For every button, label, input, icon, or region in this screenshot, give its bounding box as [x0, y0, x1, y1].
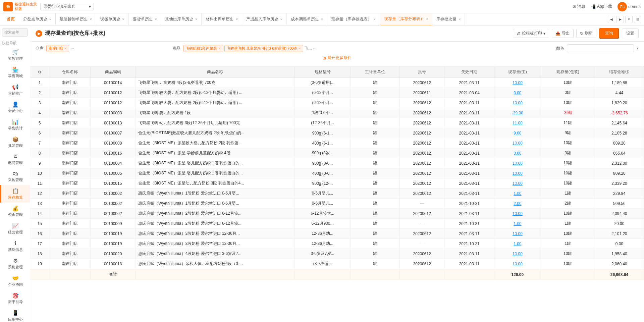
sidebar-item-retail-shop[interactable]: 🏪 零售商城 — [0, 64, 30, 81]
tab-fen-pan[interactable]: 分盘点单历史 × — [19, 13, 56, 25]
sidebar-item-wholesale[interactable]: 📦 批发管理 — [0, 133, 30, 151]
sidebar-item-corp-collab[interactable]: 🤝 企业协同 — [0, 272, 30, 290]
cell-no: 3 — [30, 98, 49, 108]
cell-no: 5 — [30, 118, 49, 128]
tab-close-mat-out[interactable]: × — [236, 17, 238, 21]
color-filter-input[interactable] — [567, 44, 634, 52]
org-selector[interactable]: 母婴行业演示账套 ▾ — [40, 3, 94, 10]
sidebar-item-app-center[interactable]: 📱 应用中心 — [0, 307, 30, 322]
user-area[interactable]: Ea demo2 — [618, 2, 641, 11]
sidebar-item-purchase[interactable]: 🛍 采购管理 — [0, 168, 30, 185]
cell-code: 00100019 — [91, 239, 136, 249]
warehouse-tag-close[interactable]: × — [65, 46, 67, 50]
cell-qty-main[interactable]: 9.00 — [494, 128, 541, 138]
sidebar-item-marketing[interactable]: 📢 营销推广 — [0, 81, 30, 99]
sidebar-item-retail-mgmt[interactable]: 🛒 零售管理 — [0, 46, 30, 64]
cell-qty-main[interactable]: -39.00 — [494, 108, 541, 118]
cell-qty-main[interactable]: 1.00 — [494, 189, 541, 199]
footer-cell-3 — [135, 269, 294, 280]
color-dropdown-icon[interactable]: ▾ — [637, 46, 639, 51]
purchase-icon: 🛍 — [13, 171, 18, 177]
cell-qty-main[interactable]: 10.00 — [494, 249, 541, 259]
cell-qty-main[interactable]: 10.00 — [494, 98, 541, 108]
product-tag-2[interactable]: 飞鹤星飞帆 儿童奶粉 4段(3-6岁适用) 700克 × — [224, 45, 303, 52]
tab-stock-dist[interactable]: 现存量（库存分布表） × — [380, 13, 433, 25]
cell-qty-main[interactable]: 10.00 — [494, 229, 541, 239]
cell-qty-main[interactable]: 11.00 — [494, 118, 541, 128]
warehouse-more[interactable]: ··· — [70, 46, 74, 51]
tab-close-batch[interactable]: × — [459, 17, 461, 21]
tab-cost-adj[interactable]: 成本调整单历史 × — [287, 13, 327, 25]
cell-qty-main[interactable]: 3.00 — [494, 148, 541, 158]
content-area: ▶ 现存量查询(按仓库+批次) 🖨 按模板打印 ▾ 📤 导出 ↻ 刷新 查询 — [30, 25, 644, 322]
cell-qty-main[interactable]: 10.00 — [494, 259, 541, 269]
cell-qty-main[interactable]: 2.00 — [494, 199, 541, 209]
tab-yao-huo[interactable]: 要货单历史 × — [129, 13, 161, 25]
tab-close-stock-status[interactable]: × — [374, 17, 376, 21]
cell-qty-main[interactable]: 10.00 — [494, 78, 541, 88]
cell-batch: 20200612 — [399, 128, 444, 138]
export-btn[interactable]: 📤 导出 — [552, 29, 574, 38]
cell-qty-main[interactable]: 10.00 — [494, 178, 541, 189]
app-download-btn[interactable]: 📲 App下载 — [591, 4, 612, 9]
tab-close-other-out[interactable]: × — [195, 17, 197, 21]
cell-qty-main[interactable]: 10.00 — [494, 158, 541, 168]
tab-batch[interactable]: 库存批次聚 × — [432, 13, 465, 25]
tab-mat-out[interactable]: 材料出库单历史 × — [202, 13, 242, 25]
cell-name: 飞鹤星飞帆 较大婴儿配方奶粉 2段(6-12个月婴幼儿适用) ... — [135, 98, 294, 108]
tab-zu-cai[interactable]: 组装拆卸单历史 × — [56, 13, 96, 25]
sidebar-item-retail-stats[interactable]: 📊 零售统计 — [0, 116, 30, 133]
sidebar-item-inventory[interactable]: 📋 库存核算 — [0, 185, 30, 203]
cell-name: 合生元(BIOSTIME)派星较大婴儿配方奶粉 2段 乳铁蛋白的... — [135, 128, 294, 138]
settings-btn[interactable]: 设置 — [622, 29, 639, 38]
cell-qty-main[interactable]: 1.00 — [494, 219, 541, 229]
tab-more[interactable]: ⊟ — [634, 16, 641, 23]
cell-qty-main[interactable]: 0.00 — [494, 88, 541, 98]
tab-scroll-left[interactable]: ◀ — [608, 16, 615, 23]
tab-home[interactable]: 首页 — [3, 13, 19, 25]
sidebar-item-new-guide[interactable]: 🎯 新手引导 — [0, 290, 30, 307]
sidebar-item-ecommerce[interactable]: 🖥 电商管理 — [0, 151, 30, 168]
tab-prod-in[interactable]: 产成品入库单历史 × — [242, 13, 287, 25]
tab-close-fen-pan[interactable]: × — [49, 17, 51, 21]
cell-qty-main[interactable]: 10.00 — [494, 138, 541, 148]
expand-filter-arrow[interactable]: ▶ — [36, 30, 42, 37]
cell-amount: 809.20 — [595, 138, 644, 148]
tab-other-out[interactable]: 其他出库单历史 × — [161, 13, 202, 25]
print-btn[interactable]: 🖨 按模板打印 ▾ — [513, 29, 549, 38]
sidebar-item-finance[interactable]: 💰 资金管理 — [0, 203, 30, 220]
tab-close-cost-adj[interactable]: × — [321, 17, 323, 21]
tab-scroll-right[interactable]: ▶ — [616, 16, 624, 23]
tab-close-diao-bo[interactable]: × — [122, 17, 124, 21]
tab-stock-status[interactable]: 现存量（库存状况表） × — [327, 13, 380, 25]
query-btn[interactable]: 查询 — [599, 28, 619, 39]
tab-diao-bo[interactable]: 调拨单历史 × — [96, 13, 129, 25]
sidebar-search-btn[interactable]: 搜索菜单 — [2, 28, 28, 37]
product-tag-2-close[interactable]: × — [299, 46, 301, 50]
cell-qty-main[interactable]: 10.00 — [494, 209, 541, 219]
sidebar-item-operations[interactable]: 📈 经营管理 — [0, 220, 30, 237]
cell-qty-main[interactable]: 10.00 — [494, 168, 541, 178]
cell-qty-pack: 10罐 — [541, 259, 595, 269]
message-btn[interactable]: ✉ 消息 — [573, 4, 585, 9]
product-tag-1-close[interactable]: × — [218, 46, 220, 50]
cell-warehouse: 南岸门店 — [49, 138, 91, 148]
tab-close-all[interactable]: × — [625, 16, 633, 23]
sidebar-item-member[interactable]: 👤 会员中心 — [0, 99, 30, 116]
tab-close-prod-in[interactable]: × — [280, 17, 282, 21]
product-more[interactable]: 飞... — [305, 46, 312, 51]
col-settings[interactable]: ⚙ — [30, 66, 49, 78]
sidebar-item-basic-info[interactable]: ℹ 基础信息 — [0, 237, 30, 255]
cell-qty-main[interactable]: 1.00 — [494, 239, 541, 249]
sidebar-item-label: 营销推广 — [8, 91, 23, 96]
warehouse-tag[interactable]: 南岸门店 × — [46, 45, 69, 52]
tab-close-stock-dist[interactable]: × — [426, 17, 428, 21]
tab-close-yao-huo[interactable]: × — [155, 17, 157, 21]
expand-more-btn[interactable]: ⊞ 展开更多条件 — [320, 54, 354, 62]
cell-name: 惠氏启赋（Wyeth illuma）4段奶粉 爱尔兰进口 3-6岁及7... — [135, 249, 294, 259]
refresh-btn[interactable]: ↻ 刷新 — [576, 29, 596, 38]
product-tag-1[interactable]: 飞鹤奶粉3段丙罐装 × — [183, 45, 223, 52]
product-more-dots[interactable]: ··· — [313, 46, 317, 51]
sidebar-item-sys-mgmt[interactable]: ⚙ 系统管理 — [0, 255, 30, 272]
tab-close-zu-cai[interactable]: × — [90, 17, 92, 21]
